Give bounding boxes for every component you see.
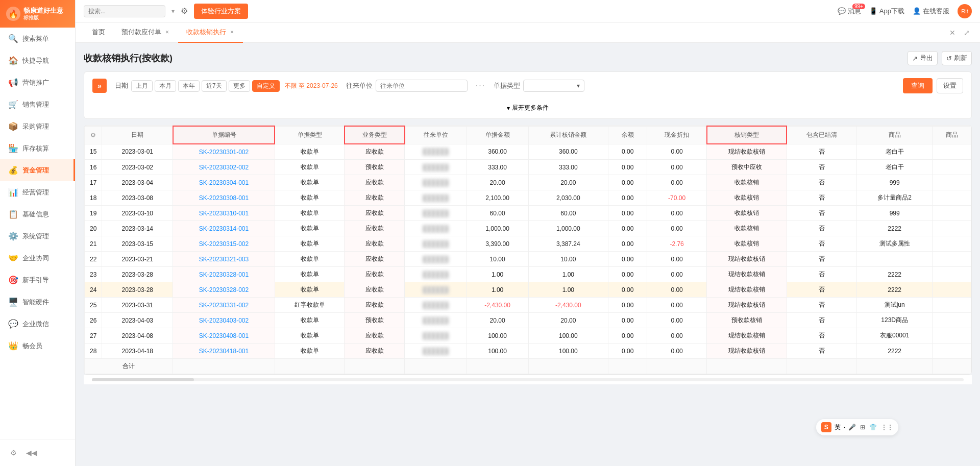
sidebar-item-marketing[interactable]: 📢 营销推广 [0, 71, 75, 93]
bill-no-link[interactable]: SK-20230315-002 [199, 240, 249, 248]
bill-no-link[interactable]: SK-20230328-002 [199, 286, 249, 293]
sidebar-item-search[interactable]: 🔍 搜索菜单 [0, 28, 75, 50]
expand-more-btn[interactable]: ▾ 展开更多条件 [507, 104, 549, 112]
bill-no-link[interactable]: SK-20230314-001 [199, 225, 249, 232]
footer-product2 [933, 359, 971, 374]
cell-counterparty: ██████ [405, 236, 467, 252]
table-row: 242023-03-28SK-20230328-002收款单应收款██████1… [85, 282, 971, 298]
th-gear[interactable]: ⚙ [85, 126, 102, 144]
sidebar-item-system[interactable]: ⚙️ 系统管理 [0, 225, 75, 247]
apps-icon[interactable]: ⋮⋮ [881, 424, 893, 431]
topbar-gear-icon[interactable]: ⚙ [181, 6, 188, 16]
sidebar-item-wechat[interactable]: 💬 企业微信 [0, 313, 75, 335]
filter-counterparty-input[interactable] [376, 80, 468, 92]
sidebar-item-sales[interactable]: 🛒 销售管理 [0, 93, 75, 115]
bill-no-link[interactable]: SK-20230321-003 [199, 256, 249, 263]
cell-cum-cancel: 1.00 [528, 282, 608, 298]
data-table-wrap: ⚙ 日期 单据编号 单据类型 业务类型 往来单位 单据金额 累计核销金额 余额 … [84, 125, 972, 375]
tab-expand-btn[interactable]: ⤢ [962, 27, 972, 39]
cell-bill-type: 收款单 [275, 328, 345, 344]
tab-receipt-label: 收款核销执行 [186, 28, 226, 37]
cell-bill-no[interactable]: SK-20230418-001 [173, 344, 275, 359]
settings-button[interactable]: 设置 [937, 78, 963, 93]
cell-bill-no[interactable]: SK-20230304-001 [173, 175, 275, 190]
cell-amount: 100.00 [467, 344, 528, 359]
cell-bill-no[interactable]: SK-20230408-001 [173, 328, 275, 344]
sidebar-item-finance[interactable]: 💰 资金管理 [0, 159, 75, 181]
bill-no-link[interactable]: SK-20230331-002 [199, 302, 249, 309]
cell-bill-no[interactable]: SK-20230301-002 [173, 144, 275, 160]
cell-bill-no[interactable]: SK-20230310-001 [173, 206, 275, 221]
sidebar-item-label: 系统管理 [22, 232, 49, 241]
filter-receipt-type-select[interactable]: ▾ [523, 80, 584, 92]
sidebar-item-member[interactable]: 👑 畅会员 [0, 335, 75, 357]
cell-amount: -2,430.00 [467, 298, 528, 313]
cell-biz-type: 预收款 [345, 313, 405, 328]
cell-product1: 衣服00001 [857, 328, 933, 344]
app-download-btn[interactable]: 📱 App下载 [869, 7, 904, 16]
online-service-btn[interactable]: 👤 在线客服 [913, 7, 949, 16]
solution-button[interactable]: 体验行业方案 [194, 4, 248, 19]
cell-bill-no[interactable]: SK-20230331-002 [173, 298, 275, 313]
th-include-settled: 包含已结清 [787, 126, 856, 144]
bill-no-link[interactable]: SK-20230308-001 [199, 194, 249, 202]
mic-icon[interactable]: 🎤 [848, 424, 856, 431]
sidebar-item-label: 企业微信 [22, 320, 49, 329]
sidebar-item-hardware[interactable]: 🖥️ 智能硬件 [0, 291, 75, 313]
sidebar-collapse-btn[interactable]: ◀◀ [24, 446, 39, 460]
cell-bill-no[interactable]: SK-20230403-002 [173, 313, 275, 328]
export-button[interactable]: ↗ 导出 [908, 51, 938, 65]
tab-prepay-close[interactable]: × [164, 28, 170, 37]
cell-bill-no[interactable]: SK-20230302-002 [173, 160, 275, 175]
sidebar-item-basics[interactable]: 📋 基础信息 [0, 203, 75, 225]
cell-bill-no[interactable]: SK-20230315-002 [173, 236, 275, 252]
user-avatar[interactable]: Rit [958, 4, 972, 18]
cell-bill-no[interactable]: SK-20230328-002 [173, 282, 275, 298]
filter-bar: » 日期 上月 本月 本年 近7天 更多 自定义 不限 至 2023-07-26… [84, 71, 972, 119]
bill-no-link[interactable]: SK-20230304-001 [199, 179, 249, 186]
filter-date-custom[interactable]: 自定义 [252, 80, 280, 92]
cell-bill-no[interactable]: SK-20230321-003 [173, 252, 275, 267]
topbar-search-input[interactable] [84, 5, 165, 17]
filter-date-7days[interactable]: 近7天 [202, 80, 227, 92]
sidebar-item-enterprise[interactable]: 🤝 企业协同 [0, 247, 75, 269]
bill-no-link[interactable]: SK-20230403-002 [199, 317, 249, 324]
filter-more-dots[interactable]: ··· [476, 81, 485, 90]
bill-no-link[interactable]: SK-20230301-002 [199, 149, 249, 156]
bill-no-link[interactable]: SK-20230418-001 [199, 348, 249, 355]
sidebar-item-operation[interactable]: 📊 经营管理 [0, 181, 75, 203]
cell-bill-no[interactable]: SK-20230314-001 [173, 221, 275, 236]
tab-receipt-close[interactable]: × [229, 28, 235, 37]
query-button[interactable]: 查询 [903, 78, 933, 93]
cell-bill-no[interactable]: SK-20230328-001 [173, 267, 275, 282]
table-row: 282023-04-18SK-20230418-001收款单应收款██████1… [85, 344, 971, 359]
bill-no-link[interactable]: SK-20230328-001 [199, 271, 249, 278]
scrollbar-thumb[interactable] [92, 378, 194, 381]
filter-toggle-btn[interactable]: » [92, 79, 107, 93]
message-btn[interactable]: 💬 消息 99+ [838, 7, 861, 16]
filter-date-this-year[interactable]: 本年 [178, 80, 200, 92]
filter-date-more[interactable]: 更多 [229, 80, 250, 92]
cell-bill-no[interactable]: SK-20230308-001 [173, 190, 275, 206]
bill-no-link[interactable]: SK-20230310-001 [199, 210, 249, 217]
topbar-dropdown-arrow[interactable]: ▾ [172, 8, 175, 15]
watermark-dot: · [844, 424, 845, 431]
tab-close-all-btn[interactable]: ✕ [947, 27, 958, 39]
sidebar-item-guide[interactable]: 🎯 新手引导 [0, 269, 75, 291]
grid-icon[interactable]: ⊞ [860, 424, 865, 431]
sidebar-item-purchase[interactable]: 📦 采购管理 [0, 115, 75, 137]
refresh-button[interactable]: ↺ 刷新 [942, 51, 972, 65]
tab-prepay[interactable]: 预付款应付单 × [113, 22, 178, 43]
sidebar-item-quicknav[interactable]: 🏠 快捷导航 [0, 50, 75, 71]
filter-date-this-month[interactable]: 本月 [155, 80, 176, 92]
shirt-icon[interactable]: 👕 [869, 424, 877, 431]
bill-no-link[interactable]: SK-20230302-002 [199, 164, 249, 171]
sidebar-settings-btn[interactable]: ⚙ [6, 446, 20, 460]
cell-no: 28 [85, 344, 102, 359]
filter-action-buttons: 查询 设置 [903, 78, 963, 93]
tab-receipt-cancel[interactable]: 收款核销执行 × [178, 22, 243, 43]
tab-home[interactable]: 首页 [84, 22, 113, 43]
filter-date-last-month[interactable]: 上月 [131, 80, 153, 92]
bill-no-link[interactable]: SK-20230408-001 [199, 332, 249, 339]
sidebar-item-inventory[interactable]: 🏪 库存核算 [0, 137, 75, 159]
